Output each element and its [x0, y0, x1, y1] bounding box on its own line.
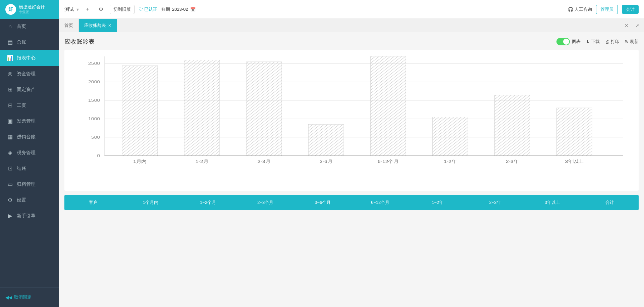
- svg-text:2-3月: 2-3月: [258, 159, 270, 164]
- svg-text:1-2月: 1-2月: [196, 159, 208, 164]
- tab-home[interactable]: 首页: [59, 19, 79, 32]
- sidebar-item-invoice[interactable]: ▣ 发票管理: [0, 113, 59, 129]
- period-info: 账期 2023-02 📅: [161, 6, 196, 12]
- tax-icon: ◈: [7, 149, 13, 156]
- svg-text:3年以上: 3年以上: [565, 159, 584, 164]
- old-version-button[interactable]: 切到旧版: [110, 5, 135, 14]
- table-header: 客户 1个月内 1~2个月 2~3个月 3~6个月 6~12个月 1~2年 2~…: [64, 195, 639, 210]
- sidebar-item-closing[interactable]: ⊡ 结账: [0, 161, 59, 176]
- sidebar-item-label: 资金管理: [17, 71, 36, 77]
- refresh-icon: ↻: [625, 39, 629, 44]
- tab-close-icon[interactable]: ✕: [108, 23, 111, 28]
- chart-toggle-label: 图表: [572, 39, 581, 45]
- sidebar-item-label: 首页: [17, 24, 26, 30]
- add-button[interactable]: ＋: [83, 5, 92, 14]
- sidebar-item-guide[interactable]: ▶ 新手引导: [0, 208, 59, 224]
- sidebar-item-salary[interactable]: ⊟ 工资: [0, 97, 59, 113]
- plus-icon: ＋: [85, 6, 90, 13]
- col-client: 客户: [64, 195, 122, 210]
- col-total: 合计: [581, 195, 639, 210]
- sidebar-item-label: 结账: [17, 166, 26, 172]
- consult-button[interactable]: 🎧 人工咨询: [568, 6, 592, 12]
- sidebar-item-reports[interactable]: 📊 报表中心: [0, 50, 59, 66]
- workspace-dropdown-icon: ▾: [76, 7, 79, 12]
- close-tab-button[interactable]: ✕: [623, 21, 631, 30]
- tabs-right-actions: ✕ ⤢: [623, 21, 644, 30]
- certified-badge: 🛡 已认证: [139, 6, 157, 12]
- tabs-bar: 首页 应收账龄表 ✕ ✕ ⤢: [59, 19, 644, 32]
- topbar-right: 🎧 人工咨询 管理员 会计: [568, 5, 639, 14]
- col-1-2y: 1~2年: [409, 195, 466, 210]
- shield-icon: 🛡: [139, 7, 143, 12]
- col-3-6m: 3~6个月: [294, 195, 352, 210]
- svg-rect-21: [370, 56, 406, 156]
- sidebar-item-archive[interactable]: ▭ 归档管理: [0, 176, 59, 192]
- sidebar-item-ledger[interactable]: ▤ 总账: [0, 34, 59, 50]
- refresh-button[interactable]: ↻ 刷新: [625, 39, 639, 45]
- sidebar-item-sales[interactable]: ▦ 进销台账: [0, 129, 59, 145]
- sidebar-bottom: ◀◀ 取消固定: [0, 287, 59, 307]
- sidebar: 好 畅捷通好会计 专业版 ⌂ 首页 ▤ 总账 📊 报表中心 ◎ 资金管理 ⊞ 固…: [0, 0, 59, 307]
- closing-icon: ⊡: [7, 165, 13, 172]
- sidebar-item-label: 归档管理: [17, 181, 36, 187]
- col-2-3y: 2~3年: [466, 195, 524, 210]
- svg-rect-27: [556, 108, 592, 156]
- main-area: 测试 ▾ ＋ ⚙ 切到旧版 🛡 已认证 账期 2023-02 📅 🎧 人工咨询: [59, 0, 644, 307]
- sidebar-item-label: 总账: [17, 39, 26, 45]
- svg-text:3-6月: 3-6月: [320, 159, 332, 164]
- bar-chart: 0 500 1000 1500 2000 2500 1月内 1-2月: [78, 56, 632, 184]
- cancel-fixed-button[interactable]: ◀◀ 取消固定: [0, 291, 59, 304]
- page-title: 应收账龄表: [64, 38, 95, 46]
- logo-icon: 好: [5, 4, 16, 15]
- tab-ar-aging[interactable]: 应收账龄表 ✕: [79, 19, 117, 32]
- invoice-icon: ▣: [7, 118, 13, 124]
- svg-rect-23: [432, 117, 468, 156]
- sidebar-item-funds[interactable]: ◎ 资金管理: [0, 66, 59, 82]
- chart-container: 0 500 1000 1500 2000 2500 1月内 1-2月: [64, 50, 639, 191]
- admin-button[interactable]: 管理员: [596, 5, 618, 14]
- download-icon: ⬇: [586, 39, 590, 44]
- svg-text:500: 500: [91, 135, 100, 139]
- col-2-3m: 2~3个月: [237, 195, 294, 210]
- sidebar-item-home[interactable]: ⌂ 首页: [0, 19, 59, 34]
- sidebar-item-label: 报表中心: [17, 55, 36, 61]
- sidebar-item-label: 税务管理: [17, 150, 36, 156]
- home-icon: ⌂: [7, 24, 13, 30]
- workspace-name: 测试: [64, 6, 74, 12]
- print-button[interactable]: 🖨 打印: [605, 39, 620, 45]
- assets-icon: ⊞: [7, 86, 13, 93]
- download-button[interactable]: ⬇ 下载: [586, 39, 600, 45]
- col-1-2m: 1~2个月: [179, 195, 236, 210]
- headset-icon: 🎧: [568, 7, 573, 12]
- sidebar-item-tax[interactable]: ◈ 税务管理: [0, 145, 59, 161]
- pin-icon: ◀◀: [5, 295, 12, 300]
- svg-text:2000: 2000: [88, 80, 100, 84]
- table-container: 客户 1个月内 1~2个月 2~3个月 3~6个月 6~12个月 1~2年 2~…: [64, 195, 639, 210]
- content-area: 应收账龄表 图表 ⬇ 下载 🖨 打印 ↻ 刷新: [59, 32, 644, 307]
- col-1m: 1个月内: [122, 195, 179, 210]
- accountant-button[interactable]: 会计: [622, 5, 639, 14]
- sidebar-item-label: 工资: [17, 102, 26, 108]
- archive-icon: ▭: [7, 181, 13, 187]
- sidebar-item-settings[interactable]: ⚙ 设置: [0, 192, 59, 208]
- expand-tab-button[interactable]: ⤢: [633, 21, 641, 30]
- settings-icon: ⚙: [7, 197, 13, 203]
- chart-toggle-wrap: 图表: [556, 38, 581, 45]
- svg-rect-19: [308, 125, 344, 156]
- page-header: 应收账龄表 图表 ⬇ 下载 🖨 打印 ↻ 刷新: [64, 38, 639, 46]
- workspace-selector[interactable]: 测试 ▾: [64, 6, 79, 12]
- svg-text:2500: 2500: [88, 61, 100, 66]
- chart-toggle[interactable]: [556, 38, 570, 45]
- sidebar-logo: 好 畅捷通好会计 专业版: [0, 0, 59, 19]
- svg-text:1500: 1500: [88, 98, 100, 103]
- settings-button[interactable]: ⚙: [96, 5, 106, 14]
- sidebar-item-label: 进销台账: [17, 134, 36, 140]
- funds-icon: ◎: [7, 71, 13, 77]
- col-3y-plus: 3年以上: [524, 195, 581, 210]
- calendar-icon[interactable]: 📅: [190, 7, 196, 12]
- topbar: 测试 ▾ ＋ ⚙ 切到旧版 🛡 已认证 账期 2023-02 📅 🎧 人工咨询: [59, 0, 644, 19]
- svg-rect-17: [246, 62, 282, 156]
- logo-text: 畅捷通好会计: [19, 4, 45, 10]
- sidebar-item-assets[interactable]: ⊞ 固定资产: [0, 82, 59, 97]
- ledger-icon: ▤: [7, 39, 13, 45]
